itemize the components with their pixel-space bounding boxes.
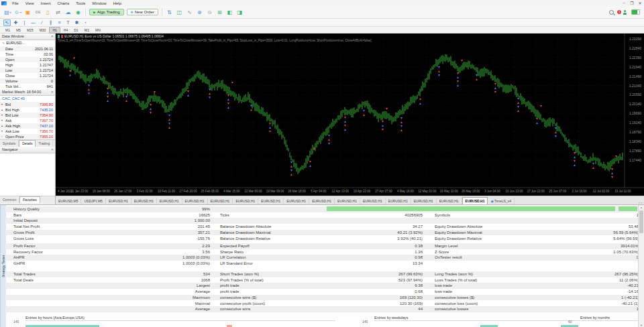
vertical-line-icon[interactable]: | — [21, 19, 28, 26]
chart-tab-eurusd-h1[interactable]: EURUSD,H1 — [284, 198, 309, 204]
timeframe-mn[interactable]: MN — [93, 27, 103, 33]
metaeditor-icon[interactable]: ▣ — [23, 8, 32, 17]
market-watch-row[interactable]: ▾Bid Low7354.90 — [0, 113, 55, 118]
menu-insert[interactable]: Insert — [38, 1, 54, 5]
timeframe-h4[interactable]: H4 — [61, 27, 70, 33]
menu-file[interactable]: File — [9, 1, 22, 5]
market-watch-tab-details[interactable]: Details — [19, 140, 36, 147]
chart-tab-eurusd-h1[interactable]: EURUSD,H1 — [360, 198, 386, 204]
data-window-row: Time02:00 — [0, 52, 55, 57]
zigzag-icon[interactable]: ∿ — [185, 8, 194, 17]
lock-icon[interactable]: ▯ — [44, 8, 52, 17]
trendline-icon[interactable]: ∕ — [38, 19, 46, 26]
navigator-body[interactable] — [0, 153, 55, 196]
chart-tab-label: EURUSD,H1 — [261, 199, 280, 203]
window-right-icon[interactable]: ◨ — [235, 8, 244, 17]
chart-tab-eurusd-h1[interactable]: EURUSD,H1 — [157, 198, 182, 204]
chart-tab-eurusd-h1[interactable]: EURUSD,H1 — [411, 198, 437, 204]
chart-tab-eurusd-h1[interactable]: EURUSD,H1 — [131, 198, 157, 204]
fibonacci-icon[interactable]: ≡ — [56, 19, 63, 26]
user-icon[interactable] — [623, 13, 627, 15]
chart-tab-eurusd-h1[interactable]: EURUSD,H1 — [335, 198, 360, 204]
timeframe-m1[interactable]: M1 — [3, 27, 13, 33]
market-watch-symbol[interactable]: CAC, CAC 40 — [0, 96, 55, 102]
close-icon[interactable]: ✕ — [51, 89, 54, 95]
community-icon[interactable]: ◉ — [74, 8, 83, 17]
tester-scrollbar[interactable]: ▲ ▼ — [638, 205, 644, 327]
new-order-button[interactable]: ⊞ New Order — [127, 9, 158, 15]
stat-label: consecutive loss (count) — [435, 301, 478, 307]
market-watch-row[interactable]: ▪Open Price7355.10 — [0, 134, 55, 139]
row-label: Low — [5, 68, 12, 73]
ide-icon[interactable]: IDE — [34, 8, 42, 17]
chart-tab-eurusd-h1[interactable]: EURUSD,H1 — [258, 198, 284, 204]
connection-icon[interactable]: ⇄ — [54, 8, 62, 17]
cloud-icon[interactable]: ☁ — [64, 8, 72, 17]
menu-view[interactable]: View — [22, 1, 38, 5]
horizontal-line-icon[interactable]: — — [30, 19, 37, 26]
stat-value: 1.0003 (0.03%) — [79, 255, 210, 261]
minimize-button[interactable]: – — [620, 1, 628, 5]
tick-chart-icon[interactable]: ⇅ — [165, 8, 174, 17]
chart-tab-eurusd-m5[interactable]: EURUSD,M5 — [56, 198, 81, 204]
time-axis-label: 4 Mar 15:00 — [223, 190, 240, 193]
market-watch-row[interactable]: ▾Ask Low7356.70 — [0, 129, 55, 134]
algo-trading-button[interactable]: ▶ Algo Trading — [89, 9, 124, 15]
maximize-button[interactable]: ❐ — [628, 1, 636, 5]
timeframe-m30[interactable]: M30 — [37, 27, 49, 33]
market-watch-row[interactable]: ▾Bid7395.80 — [0, 102, 55, 107]
chevron-down-icon[interactable]: ▾ — [82, 19, 89, 26]
chart-tab-eurusd-h1[interactable]: EURUSD,H1 — [233, 198, 258, 204]
new-chart-icon[interactable]: ▤▾ — [3, 8, 12, 17]
timeframe-m15[interactable]: M15 — [24, 27, 36, 33]
market-watch-tab-trading[interactable]: Trading — [36, 141, 53, 147]
chart-tab-eurusd-h1[interactable]: EURUSD,H1 — [437, 198, 462, 204]
market-watch-row[interactable]: ▾Ask7397.70 — [0, 118, 55, 123]
chart-area[interactable]: 1.232901.228401.223901.219401.214901.210… — [56, 34, 644, 196]
menu-window[interactable]: Window — [89, 1, 109, 5]
chart-tab-eurusd-h1[interactable]: EURUSD,H1 — [182, 198, 208, 204]
chart-tab-usdjpy-m5[interactable]: USDJPY,M5 — [81, 198, 105, 204]
zoom-in-icon[interactable]: ⊕ — [195, 8, 204, 17]
chart-tab-eurusd-h1[interactable]: EURUSD,H1 — [106, 198, 131, 204]
depth-of-market-icon[interactable]: ◫ — [175, 8, 184, 17]
close-button[interactable]: ✕ — [636, 1, 644, 5]
scroll-up-icon[interactable]: ▲ — [639, 206, 644, 209]
chart-tab-eurusd-h1[interactable]: EURUSD,H1 — [309, 198, 335, 204]
candlestick-chart[interactable]: 1.232901.228401.223901.219401.214901.210… — [56, 34, 644, 196]
scrollbar-thumb[interactable] — [639, 210, 643, 233]
search-icon[interactable] — [609, 10, 614, 15]
profiles-icon[interactable]: ☺▾ — [13, 8, 22, 17]
chart-tab-eurusd-h1[interactable]: EURUSD,H1 — [386, 198, 411, 204]
objects-icon[interactable]: ✱ — [73, 19, 80, 26]
scroll-down-icon[interactable]: ▼ — [639, 324, 644, 327]
data-window-row: Low1.21714 — [0, 68, 55, 73]
navigator-tab-favorites[interactable]: Favorites — [19, 196, 40, 203]
chart-tab-eurusd-h1[interactable]: EURUSD,H1 — [462, 197, 488, 204]
notification-badge: 1 — [617, 10, 621, 14]
menu-charts[interactable]: Charts — [54, 1, 73, 5]
cursor-icon[interactable]: ↖ — [3, 19, 11, 26]
timeframe-d1[interactable]: D1 — [71, 27, 80, 33]
chart-tab-eurusd-h1[interactable]: EURUSD,H1 — [208, 198, 233, 204]
window-left-icon[interactable]: ◧ — [225, 8, 234, 17]
channel-icon[interactable]: ∥ — [47, 19, 54, 26]
crosshair-icon[interactable]: ✚ — [12, 19, 19, 26]
menu-tools[interactable]: Tools — [72, 1, 89, 5]
timeframe-h1[interactable]: H1 — [49, 27, 60, 34]
stat-label: consecutive losses — [435, 306, 468, 312]
price-axis-label: 1.19690 — [629, 111, 641, 115]
market-watch-row[interactable]: ▴Ask High7437.10 — [0, 123, 55, 129]
tile-windows-icon[interactable]: ⊞ — [215, 8, 224, 17]
close-icon[interactable]: ✕ — [51, 147, 54, 153]
market-watch-row[interactable]: ▴Bid High7435.20 — [0, 107, 55, 113]
timeframe-w1[interactable]: W1 — [82, 27, 93, 33]
zoom-out-icon[interactable]: ⊖ — [205, 8, 214, 17]
timeframe-m5[interactable]: M5 — [13, 27, 23, 33]
navigator-tab-common[interactable]: Common — [0, 197, 19, 203]
text-icon[interactable]: T — [64, 19, 72, 26]
market-watch-tab-symbols[interactable]: Symbols — [0, 141, 19, 147]
close-icon[interactable]: ✕ — [51, 34, 54, 40]
menu-help[interactable]: Help — [110, 1, 125, 5]
chart-tab-timels-v4[interactable]: ◉TimeLS_v4 — [488, 198, 514, 204]
